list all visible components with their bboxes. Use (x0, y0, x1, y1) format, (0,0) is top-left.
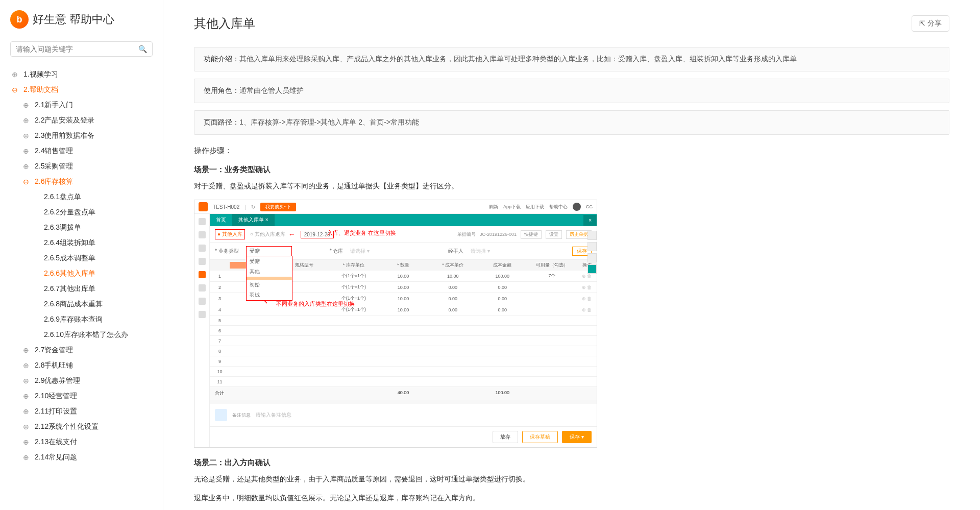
emb-toolbar: ● 其他入库 ○ 其他入库退库 ← 2019-12-26 入库、退货业务 在这里… (210, 226, 597, 243)
nav-2-6-8[interactable]: 2.6.8商品成本重算 (44, 297, 153, 312)
nav-2-6-9[interactable]: 2.6.9库存账本查询 (44, 312, 153, 327)
nav-2-6-5[interactable]: 2.6.5成本调整单 (44, 251, 153, 266)
nav-2-12[interactable]: 2.12系统个性化设置 (21, 419, 153, 434)
search-icon[interactable]: 🔍 (138, 45, 147, 53)
nav-2-7[interactable]: 2.7资金管理 (21, 343, 153, 358)
share-button[interactable]: ⇱分享 (912, 15, 949, 32)
steps-title: 操作步骤： (194, 146, 949, 156)
table-row: 6 (210, 326, 597, 336)
emb-tabs: 首页 其他入库单 × × (210, 214, 597, 226)
sidenav-icon (199, 298, 206, 305)
nav-2-6-7[interactable]: 2.6.7其他出库单 (44, 281, 153, 297)
plus-icon (21, 407, 31, 416)
plus-icon (21, 162, 31, 171)
nav-2-2[interactable]: 2.2产品安装及登录 (21, 113, 153, 128)
nav-2-4[interactable]: 2.4销售管理 (21, 143, 153, 159)
nav-2-14[interactable]: 2.14常见问题 (21, 450, 153, 465)
search-box[interactable]: 🔍 (10, 41, 153, 57)
page-title: 其他入库单 (194, 15, 255, 32)
nav-2-8[interactable]: 2.8手机旺铺 (21, 358, 153, 373)
minus-icon (21, 177, 31, 186)
table-row: 10 (210, 367, 597, 377)
nav-2-9[interactable]: 2.9优惠券管理 (21, 373, 153, 388)
info-role: 使用角色：通常由仓管人员维护 (194, 79, 949, 103)
page-header: 其他入库单 ⇱分享 (194, 15, 949, 32)
emb-topbar: TEST-H002 | ↻ 我要购买~下 刷新 App下载 应用下载 帮助中心 … (194, 200, 597, 214)
site-title: 好生意 帮助中心 (33, 12, 114, 27)
plus-icon (21, 101, 31, 110)
save-button: 保存 ▾ (562, 431, 592, 443)
nav-video[interactable]: 1.视频学习 (10, 67, 153, 82)
nav-2-6-10[interactable]: 2.6.10库存账本错了怎么办 (44, 327, 153, 343)
info-label: 使用角色： (204, 86, 239, 94)
nav-2-6[interactable]: 2.6库存核算 (21, 174, 153, 189)
plus-icon (21, 453, 31, 462)
plus-icon (21, 147, 31, 156)
plus-icon (21, 131, 31, 140)
table-row: 9 (210, 356, 597, 367)
search-input[interactable] (16, 45, 138, 53)
info-path: 页面路径：1、库存核算->库存管理->其他入库单 2、首页->常用功能 (194, 110, 949, 135)
scene1-title: 场景一：业务类型确认 (194, 165, 949, 175)
table-row: 5 (210, 315, 597, 326)
nav-docs[interactable]: 2.帮助文档 (10, 82, 153, 98)
nav-2-5[interactable]: 2.5采购管理 (21, 159, 153, 174)
scene2-text1: 无论是受赠，还是其他类型的业务，由于入库商品质量等原因，需要退回，这时可通过单据… (194, 473, 949, 485)
table-row: 7 (210, 336, 597, 346)
plus-icon (21, 422, 31, 431)
main-content: 其他入库单 ⇱分享 功能介绍：其他入库单用来处理除采购入库、产成品入库之外的其他… (163, 0, 980, 510)
arrow-icon: ← (288, 230, 296, 238)
close-icon: × (583, 215, 597, 226)
buy-button: 我要购买~下 (260, 203, 296, 211)
tool-icon (587, 231, 597, 240)
nav-2-6-1[interactable]: 2.6.1盘点单 (44, 189, 153, 205)
plus-icon (21, 392, 31, 401)
sidenav-icon (199, 258, 206, 265)
biz-type-dropdown: 受赠 受赠 其他 初始 羽绒 (246, 246, 292, 256)
emb-footer: 放弃 保存草稿 保存 ▾ (210, 426, 597, 447)
embedded-screenshot: TEST-H002 | ↻ 我要购买~下 刷新 App下载 应用下载 帮助中心 … (194, 200, 597, 448)
note-row: 备注信息 请输入备注信息 (210, 404, 597, 426)
info-label: 功能介绍： (204, 55, 239, 63)
info-label: 页面路径： (204, 118, 239, 126)
annotation-text: 入库、退货业务 在这里切换 (327, 229, 396, 237)
tool-icon (587, 242, 597, 251)
nav-2-11[interactable]: 2.11打印设置 (21, 404, 153, 419)
plus-icon (21, 346, 31, 355)
nav-2-13[interactable]: 2.13在线支付 (21, 434, 153, 450)
sidenav-icon (199, 284, 206, 292)
radio-return: ○ 其他入库退库 (250, 231, 285, 238)
nav-2-1[interactable]: 2.1新手入门 (21, 98, 153, 113)
tab-home: 首页 (210, 214, 232, 226)
share-icon: ⇱ (919, 19, 925, 28)
sidenav-icon (199, 218, 206, 225)
scene2-title: 场景二：出入方向确认 (194, 458, 949, 468)
plus-icon (21, 438, 31, 447)
info-intro: 功能介绍：其他入库单用来处理除采购入库、产成品入库之外的其他入库业务，因此其他入… (194, 47, 949, 71)
tab-current: 其他入库单 × (232, 214, 275, 226)
emb-sidenav (194, 214, 210, 447)
nav-2-10[interactable]: 2.10经营管理 (21, 388, 153, 404)
table-row: 8 (210, 346, 597, 356)
nav-2-6-4[interactable]: 2.6.4组装拆卸单 (44, 235, 153, 251)
plus-icon (21, 361, 31, 370)
note-icon (215, 409, 227, 421)
nav-2-6-6[interactable]: 2.6.6其他入库单 (44, 266, 153, 281)
nav-2-6-2[interactable]: 2.6.2分量盘点单 (44, 205, 153, 220)
table-row: 11 (210, 377, 597, 387)
cancel-button: 放弃 (493, 431, 518, 443)
nav-2-3[interactable]: 2.3使用前数据准备 (21, 128, 153, 143)
sidebar: b 好生意 帮助中心 🔍 1.视频学习 2.帮助文档 2.1新手入门 2.2产品… (0, 0, 163, 510)
nav-2-6-3[interactable]: 2.6.3调拨单 (44, 220, 153, 235)
annotation-text: 不同业务的入库类型在这里切换 (276, 300, 355, 308)
sidenav-icon (199, 311, 206, 318)
radio-inbound: ● 其他入库 (215, 229, 245, 239)
nav-list: 1.视频学习 2.帮助文档 2.1新手入门 2.2产品安装及登录 2.3使用前数… (10, 67, 153, 465)
draft-button: 保存草稿 (522, 431, 558, 443)
scene1-text: 对于受赠、盘盈或是拆装入库等不同的业务，是通过单据头【业务类型】进行区分。 (194, 180, 949, 192)
emb-right-toolbar (587, 231, 597, 274)
sidenav-icon-active (199, 271, 206, 278)
logo-icon: b (10, 10, 29, 29)
emb-filters: * 业务类型 受赠 受赠 其他 初始 羽绒 * 仓库 (210, 243, 597, 260)
plus-icon (21, 116, 31, 125)
